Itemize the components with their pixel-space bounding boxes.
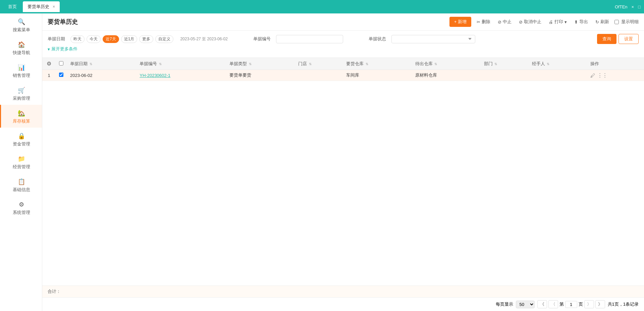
- th-req-warehouse: 要货仓库 ⇅: [343, 58, 412, 70]
- export-icon: ⬆: [574, 19, 578, 25]
- date-btn-more[interactable]: 更多: [139, 35, 153, 43]
- new-button[interactable]: + 新增: [449, 17, 471, 27]
- th-date: 单据日期 ⇅: [67, 58, 136, 70]
- main-layout: 🔍 搜索菜单 🏠 快捷导航 📊 销售管理 🛒 采购管理 🏡 库存核算 🔒 资金管…: [0, 13, 644, 311]
- delete-button[interactable]: ✂ 删除: [475, 17, 492, 26]
- display-dense-toggle[interactable]: 显示明细: [614, 19, 639, 25]
- row-store: [295, 70, 343, 81]
- select-all-checkbox[interactable]: [59, 61, 63, 65]
- sidebar-item-finance-mgmt[interactable]: 🔒 资金管理: [0, 128, 42, 150]
- pending-warehouse-sort-icon[interactable]: ⇅: [434, 62, 437, 66]
- print-icon: 🖨: [549, 19, 553, 25]
- stop-button[interactable]: ⊘ 中止: [496, 17, 514, 26]
- expand-more-button[interactable]: ▾ 展开更多条件: [48, 46, 77, 52]
- top-close-icon[interactable]: ×: [632, 4, 634, 9]
- date-sort-icon[interactable]: ⇅: [90, 62, 92, 66]
- export-button[interactable]: ⬆ 导出: [572, 17, 590, 26]
- finance-mgmt-icon: 🔒: [18, 132, 25, 140]
- row-req-warehouse: 车间库: [343, 70, 412, 81]
- setting-button[interactable]: 设置: [619, 34, 639, 44]
- page-title: 要货单历史: [48, 18, 449, 26]
- content-area: 要货单历史 + 新增 ✂ 删除 ⊘ 中止 ⊘ 取消中止 🖨 打印: [42, 13, 644, 311]
- sidebar-label-purchase-mgmt: 采购管理: [13, 95, 30, 101]
- sidebar-label-inventory-mgmt: 库存核算: [13, 118, 30, 124]
- th-type: 单据类型 ⇅: [226, 58, 295, 70]
- requisition-history-tab-label: 要货单历史: [28, 4, 49, 10]
- search-menu-icon: 🔍: [18, 18, 25, 26]
- page-input[interactable]: [565, 301, 577, 308]
- req-warehouse-sort-icon[interactable]: ⇅: [366, 62, 368, 66]
- sidebar-item-quick-nav[interactable]: 🏠 快捷导航: [0, 36, 42, 59]
- sidebar-label-finance-mgmt: 资金管理: [13, 141, 30, 147]
- cancel-stop-button[interactable]: ⊘ 取消中止: [517, 17, 543, 26]
- toolbar: + 新增 ✂ 删除 ⊘ 中止 ⊘ 取消中止 🖨 打印 ▾: [449, 17, 639, 27]
- print-button[interactable]: 🖨 打印 ▾: [547, 17, 569, 26]
- th-action: 操作: [587, 58, 644, 70]
- tab-requisition-history[interactable]: 要货单历史 ×: [23, 1, 60, 12]
- store-sort-icon[interactable]: ⇅: [309, 62, 312, 66]
- row-action: 🖊 ⋮⋮: [587, 70, 644, 81]
- table-header-row: ⚙ 单据日期 ⇅ 单据编号 ⇅: [42, 58, 644, 70]
- row-num: 1: [42, 70, 56, 81]
- first-page-button[interactable]: 《: [537, 300, 547, 308]
- footer-bar: 合计：: [42, 285, 644, 297]
- last-page-button[interactable]: 》: [595, 300, 605, 308]
- per-page-select[interactable]: 50 10 20 100: [516, 301, 535, 308]
- row-pending-warehouse: 原材料仓库: [412, 70, 481, 81]
- home-tab-label: 首页: [8, 4, 17, 10]
- top-maximize-icon[interactable]: □: [638, 4, 641, 9]
- total-label: 合计：: [48, 289, 61, 294]
- inventory-mgmt-icon: 🏡: [18, 109, 25, 117]
- sidebar-item-search-menu[interactable]: 🔍 搜索菜单: [0, 13, 42, 36]
- th-department: 部门 ⇅: [481, 58, 529, 70]
- code-sort-icon[interactable]: ⇅: [159, 62, 162, 66]
- date-btn-custom[interactable]: 自定义: [155, 35, 173, 43]
- next-page-button[interactable]: 〉: [584, 300, 594, 308]
- display-dense-checkbox[interactable]: [614, 20, 619, 24]
- date-filter-buttons: 昨天 今天 近7天 近1月 更多 自定义: [70, 35, 173, 43]
- sidebar-item-system-mgmt[interactable]: ⚙ 系统管理: [0, 196, 42, 219]
- prev-page-button[interactable]: 〈: [548, 300, 558, 308]
- pagination-summary: 共1页，1条记录: [608, 301, 639, 307]
- sidebar-item-inventory-mgmt[interactable]: 🏡 库存核算: [0, 105, 42, 128]
- sidebar-item-operation-mgmt[interactable]: 📁 经营管理: [0, 150, 42, 173]
- type-sort-icon[interactable]: ⇅: [249, 62, 252, 66]
- row-select-checkbox[interactable]: [59, 73, 63, 77]
- refresh-button[interactable]: ↻ 刷新: [593, 17, 611, 26]
- row-date: 2023-06-02: [67, 70, 136, 81]
- print-label: 打印: [554, 19, 563, 25]
- date-btn-7days[interactable]: 近7天: [103, 35, 119, 43]
- handler-sort-icon[interactable]: ⇅: [547, 62, 549, 66]
- sidebar-label-search-menu: 搜索菜单: [13, 27, 30, 33]
- more-action-icon[interactable]: ⋮⋮: [597, 72, 607, 78]
- delete-icon: ✂: [477, 19, 480, 25]
- delete-label: 删除: [482, 19, 490, 25]
- close-tab-icon[interactable]: ×: [53, 4, 55, 9]
- page-label: 第: [559, 301, 564, 307]
- query-button[interactable]: 查询: [597, 34, 616, 44]
- date-btn-yesterday[interactable]: 昨天: [70, 35, 85, 43]
- stop-icon: ⊘: [498, 19, 501, 25]
- sidebar-item-sales-mgmt[interactable]: 📊 销售管理: [0, 59, 42, 82]
- date-btn-today[interactable]: 今天: [87, 35, 101, 43]
- date-btn-1month[interactable]: 近1月: [121, 35, 138, 43]
- sidebar-item-purchase-mgmt[interactable]: 🛒 采购管理: [0, 82, 42, 105]
- edit-action-icon[interactable]: 🖊: [590, 73, 595, 78]
- tab-home[interactable]: 首页: [3, 1, 21, 12]
- sidebar-label-sales-mgmt: 销售管理: [13, 73, 30, 79]
- code-filter-label: 单据编号: [253, 36, 271, 42]
- often-label[interactable]: OfTEn: [615, 4, 628, 9]
- total-pages-label: 页: [579, 301, 583, 307]
- row-type: 要货单要货: [226, 70, 295, 81]
- row-code-link[interactable]: YH-20230602-1: [140, 73, 170, 78]
- code-filter-input[interactable]: [276, 35, 343, 43]
- sidebar-item-basic-info[interactable]: 📋 基础信息: [0, 173, 42, 196]
- filter-row-expand: ▾ 展开更多条件: [48, 46, 639, 52]
- top-bar: 首页 要货单历史 × OfTEn × □: [0, 0, 644, 13]
- per-page-label: 每页显示: [496, 301, 513, 307]
- row-code[interactable]: YH-20230602-1: [136, 70, 226, 81]
- page-nav: 《 〈 第 页 〉 》: [537, 300, 605, 308]
- department-sort-icon[interactable]: ⇅: [494, 62, 497, 66]
- row-checkbox[interactable]: [56, 70, 67, 81]
- status-filter-select[interactable]: [391, 35, 475, 43]
